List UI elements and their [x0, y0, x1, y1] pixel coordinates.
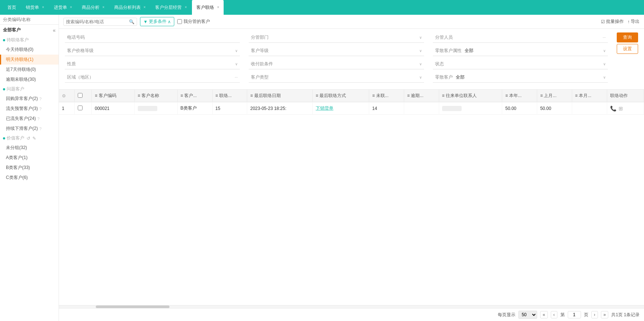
dots-icon2: ···: [235, 75, 238, 79]
chevron-icon6: ∨: [419, 62, 422, 66]
scrollbar-thumb[interactable]: [96, 306, 169, 308]
first-page-button[interactable]: «: [540, 311, 548, 318]
col-action: 联络动作: [607, 90, 644, 102]
help-icon2: ?: [39, 107, 42, 111]
phone-action-icon[interactable]: 📞: [610, 106, 616, 111]
col-gear[interactable]: ⚙: [59, 90, 74, 102]
row-checkbox[interactable]: [74, 102, 91, 115]
nav-item-商品分析[interactable]: 商品分析×: [77, 0, 109, 15]
filter-person[interactable]: 分管人员 ···: [433, 32, 608, 43]
filter-scatter-value: 全部: [465, 48, 602, 54]
query-button[interactable]: 查询: [617, 32, 638, 42]
col-last-month[interactable]: ≡ 上月...: [537, 90, 572, 102]
sidebar-item-declining[interactable]: 持续下滑客户(2) ?: [0, 124, 59, 134]
help-icon3: ?: [37, 117, 39, 121]
col-type[interactable]: ≡ 客户...: [177, 90, 212, 102]
filter-status[interactable]: 状态 ∨: [433, 59, 608, 69]
nav-item-客户分层经营[interactable]: 客户分层经营×: [151, 0, 191, 15]
refresh-icon[interactable]: ↺: [27, 136, 30, 141]
gear-icon[interactable]: ⚙: [62, 93, 66, 99]
last-method-link[interactable]: 下销货单: [316, 106, 333, 111]
close-tab-icon[interactable]: ×: [144, 0, 146, 15]
filter-nature[interactable]: 性质 ∨: [65, 59, 240, 69]
select-all-checkbox[interactable]: [78, 93, 83, 98]
sidebar-item-overdue[interactable]: 逾期未联络(30): [0, 75, 59, 84]
col-last-date[interactable]: ≡ 最后联络日期: [247, 90, 313, 102]
filter-icon: ▼: [143, 19, 148, 24]
col-name[interactable]: ≡ 客户名称: [134, 90, 177, 102]
my-customers-checkbox-label[interactable]: 我分管的客户: [177, 18, 210, 25]
close-tab-icon[interactable]: ×: [185, 0, 187, 15]
nav-item-首页[interactable]: 首页: [3, 0, 21, 15]
nav-item-销货单[interactable]: 销货单×: [21, 0, 49, 15]
export-label: 导出: [631, 18, 640, 25]
bulk-op-button[interactable]: ☑ 批量操作: [601, 18, 624, 25]
filter-scatter-cust[interactable]: 零散客户 全部 ∨: [433, 72, 608, 83]
next-page-button[interactable]: ›: [591, 311, 598, 318]
col-overdue[interactable]: ≡ 逾期...: [404, 90, 439, 102]
nav-item-进货单[interactable]: 进货单×: [49, 0, 77, 15]
row-select-checkbox[interactable]: [78, 106, 83, 110]
close-tab-icon[interactable]: ×: [217, 0, 219, 15]
filter-price-level[interactable]: 客户价格等级 ∨: [65, 46, 240, 56]
filter-scatter-cust-value: 全部: [456, 74, 602, 80]
sidebar-item-c[interactable]: C类客户(6): [0, 173, 59, 183]
main-search-input[interactable]: [66, 19, 127, 24]
collapse-icon[interactable]: «: [53, 27, 56, 33]
col-checkbox[interactable]: [74, 90, 91, 102]
col-no-contact[interactable]: ≡ 未联...: [369, 90, 404, 102]
sidebar-item-today[interactable]: 今天待联络(0): [0, 45, 59, 55]
page-number-input[interactable]: [568, 311, 581, 318]
setting-button[interactable]: 设置: [617, 44, 638, 54]
sidebar-item-b[interactable]: B类客户(33): [0, 163, 59, 173]
filter-phone[interactable]: 电话号码: [65, 32, 240, 43]
prev-page-button[interactable]: ‹: [551, 311, 557, 318]
sidebar-item-7days[interactable]: 近7天待联络(0): [0, 65, 59, 75]
sidebar-item-ungrouped[interactable]: 未分组(32): [0, 143, 59, 153]
col-this-month[interactable]: ≡ 本月...: [572, 90, 607, 102]
main-search-icon[interactable]: 🔍: [129, 19, 134, 24]
col-contact-person[interactable]: ≡ 往来单位联系人: [439, 90, 502, 102]
table-row: 1 000021 B类客户 15 2023-05-23 18:25: 下销货单 …: [59, 102, 644, 115]
filter-chevron: ∧: [168, 19, 171, 24]
col-contact[interactable]: ≡ 联络...: [212, 90, 247, 102]
row-code: 000021: [92, 102, 134, 115]
nav-item-客户联络[interactable]: 客户联络×: [192, 0, 224, 15]
sidebar-item-tomorrow[interactable]: 明天待联络(1): [0, 55, 59, 65]
row-last-method[interactable]: 下销货单: [312, 102, 369, 115]
sidebar-search-input[interactable]: [3, 17, 58, 22]
filter-region[interactable]: 区域（地区） ···: [65, 72, 240, 83]
export-button[interactable]: ↑ 导出: [627, 18, 640, 25]
sidebar-item-abnormal[interactable]: 回购异常客户(2) ?: [0, 94, 59, 104]
chevron-icon7: ∨: [603, 62, 606, 66]
filter-scatter-attr[interactable]: 零散客户属性 全部 ∨: [433, 46, 608, 56]
sidebar-item-a[interactable]: A类客户(1): [0, 153, 59, 163]
close-tab-icon[interactable]: ×: [70, 0, 72, 15]
edit-icon[interactable]: ✎: [32, 136, 36, 141]
more-filter-button[interactable]: ▼ 更多条件 ∧: [140, 17, 174, 26]
filter-cust-type[interactable]: 客户类型 ∨: [249, 72, 424, 83]
close-tab-icon[interactable]: ×: [42, 0, 44, 15]
page-size-label: 每页显示: [498, 312, 515, 318]
all-customers-label: 全部客户: [3, 27, 21, 33]
sidebar-item-lostwarning[interactable]: 流失预警客户(3) ?: [0, 104, 59, 114]
filter-region-label: 区域（地区）: [67, 74, 94, 80]
sidebar-item-lost[interactable]: 已流失客户(24) ?: [0, 114, 59, 124]
col-last-method[interactable]: ≡ 最后联络方式: [312, 90, 369, 102]
filter-customer-level[interactable]: 客户等级 ∨: [249, 46, 424, 56]
main-search-box[interactable]: 🔍: [63, 18, 137, 26]
grid-action-icon[interactable]: ⊞: [619, 106, 623, 111]
last-page-button[interactable]: »: [601, 311, 609, 318]
filter-dept[interactable]: 分管部门 ∨: [249, 32, 424, 43]
my-customers-checkbox[interactable]: [177, 19, 182, 24]
col-code[interactable]: ≡ 客户编码: [92, 90, 134, 102]
filter-payment[interactable]: 收付款条件 ∨: [249, 59, 424, 69]
page-size-select[interactable]: 50 100 200: [518, 311, 537, 319]
col-year-sales[interactable]: ≡ 本年...: [502, 90, 537, 102]
all-customers-header[interactable]: 全部客户 «: [0, 25, 59, 35]
nav-item-商品分析列表[interactable]: 商品分析列表×: [110, 0, 150, 15]
close-tab-icon[interactable]: ×: [102, 0, 105, 15]
horizontal-scrollbar[interactable]: [59, 305, 644, 308]
row-name: [134, 102, 177, 115]
sidebar-search-box[interactable]: 🔍: [0, 15, 59, 25]
